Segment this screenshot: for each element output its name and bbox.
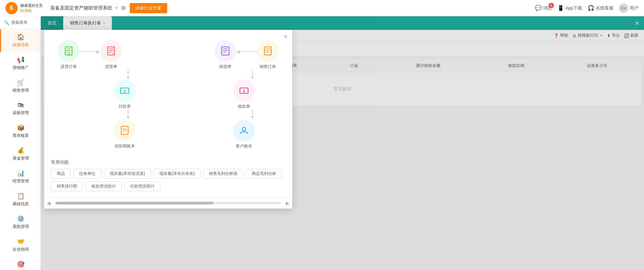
base-info-icon: 📋	[17, 192, 24, 200]
flow-item-payment[interactable]: ¥ 付款单	[114, 80, 136, 109]
modal-close-button[interactable]: ×	[284, 33, 288, 40]
svg-rect-0	[65, 47, 72, 55]
purchase-bill-icon	[100, 40, 122, 62]
flow-label-sales-bill: 销货单	[219, 64, 231, 70]
payment-icon: ¥	[114, 80, 136, 102]
logo-line1: 畅康通好生意	[20, 3, 43, 8]
func-btn-receipt-stats[interactable]: 收款情况统计	[86, 181, 122, 191]
sidebar-item-label-finance: 资金管理	[13, 156, 29, 161]
headset-icon: 🎧	[588, 5, 594, 11]
message-icon: 💬	[535, 5, 542, 11]
sidebar-item-label-system: 系统管理	[13, 224, 29, 230]
flow-item-customer-ledger[interactable]: 客户账本	[233, 120, 255, 149]
svg-line-8	[112, 53, 114, 54]
common-functions-area: 常用功能 商品 往来单位 现存量(库存状况表) 现存量(库存分布表) 销售毛利分…	[44, 156, 292, 197]
flow-label-sales-order: 销售订单	[260, 64, 276, 70]
flow-item-receipt[interactable]: ¥ 收款单	[233, 80, 255, 109]
sidebar-item-inventory[interactable]: 📦 库存核算	[0, 120, 40, 143]
flow-label-purchase-bill: 进货单	[105, 64, 117, 70]
sidebar-item-system[interactable]: ⚙️ 系统管理	[0, 211, 40, 234]
online-service-item[interactable]: 🎧 在线客服	[588, 5, 613, 11]
message-item[interactable]: 💬 6 消息	[535, 5, 552, 11]
system-icon: ⚙️	[17, 215, 24, 222]
func-btn-payment-stats[interactable]: 付款情况统计	[124, 181, 160, 191]
finance-icon: 💰	[17, 147, 24, 154]
purchase-order-icon	[58, 40, 80, 62]
sales-order-icon	[257, 40, 279, 62]
topbar: 6 畅康通好生意 标准版 装备及固定资产辅助管理系统 ▼ ⚙ 体验行业方案 💬 …	[0, 0, 644, 16]
topbar-right: 💬 6 消息 📱 App下载 🎧 在线客服 Ea 用户	[535, 3, 639, 13]
avatar: Ea	[619, 3, 628, 13]
modal-scrollbar-thumb[interactable]	[55, 202, 213, 204]
sidebar-item-label-operations: 经营管理	[13, 178, 29, 184]
search-icon: 🔍	[4, 20, 9, 25]
flow-item-sales-bill[interactable]: 销货单	[214, 40, 236, 70]
func-btn-goods-profit[interactable]: 商品毛利分析	[246, 169, 282, 179]
new-guide-icon: 🎯	[17, 260, 24, 268]
func-btn-stock-status[interactable]: 现存量(库存状况表)	[104, 169, 151, 179]
search-menu-label: 搜索菜单	[11, 20, 28, 25]
main: 首页 销售订单执行表 × ✕ ❓ 帮助 🖨 按模板打印 ▼	[41, 16, 644, 270]
marketing-icon: 📢	[17, 56, 24, 64]
sidebar-item-label-purchase: 采购管理	[13, 110, 29, 116]
settings-icon[interactable]: ⚙	[121, 5, 126, 11]
flow-item-purchase-order[interactable]: 进货订单	[58, 40, 80, 70]
sales-icon: 🛒	[17, 79, 24, 86]
func-btn-stock-dist[interactable]: 现存量(库存分布表)	[154, 169, 201, 179]
sidebar: 🔍 搜索菜单 🏠 快捷导航 📢 营销推广 🛒 销售管理 🛍 采购管理 📦 库存核…	[0, 16, 41, 270]
purchase-icon: 🛍	[18, 102, 24, 109]
app-download-label: App下载	[565, 5, 582, 11]
sidebar-item-marketing[interactable]: 📢 营销推广	[0, 52, 40, 75]
sidebar-item-operations[interactable]: 📊 经营管理	[0, 165, 40, 188]
sidebar-item-label-marketing: 营销推广	[13, 65, 29, 71]
inventory-icon: 📦	[17, 124, 24, 131]
system-title: 装备及固定资产辅助管理系统	[50, 5, 112, 11]
sales-bill-icon	[214, 40, 236, 62]
flow-item-sales-order[interactable]: 销售订单	[257, 40, 279, 70]
logo-text: 畅康通好生意 标准版	[20, 3, 43, 13]
common-functions-title: 常用功能	[51, 159, 285, 165]
flow-item-supplier-ledger[interactable]: 供应商账本	[114, 120, 136, 149]
scroll-right-button[interactable]: ▶	[286, 200, 290, 206]
logo-icon: 6	[5, 2, 18, 14]
sidebar-item-sales[interactable]: 🛒 销售管理	[0, 75, 40, 97]
func-btn-counterpart[interactable]: 往来单位	[73, 169, 101, 179]
sidebar-item-finance[interactable]: 💰 资金管理	[0, 143, 40, 165]
svg-rect-21	[121, 126, 128, 134]
sidebar-item-cooperation[interactable]: 🤝 企业协同	[0, 234, 40, 256]
modal-scroll-area[interactable]: ◀ ▶	[44, 197, 292, 209]
flow-label-customer-ledger: 客户账本	[236, 143, 252, 149]
customer-ledger-icon	[233, 120, 255, 141]
func-btn-goods[interactable]: 商品	[51, 169, 71, 179]
modal-overlay: × 进货订单	[41, 16, 644, 270]
func-btns-row1: 商品 往来单位 现存量(库存状况表) 现存量(库存分布表) 销售毛利分析表 商品…	[51, 169, 285, 179]
sidebar-item-quick-nav[interactable]: 🏠 快捷导航	[0, 29, 40, 52]
trial-button[interactable]: 体验行业方案	[130, 3, 167, 13]
svg-text:¥: ¥	[123, 89, 126, 94]
system-title-area: 装备及固定资产辅助管理系统 ▼ ⚙	[50, 5, 126, 11]
sidebar-item-base-info[interactable]: 📋 基础信息	[0, 188, 40, 211]
user-label: 用户	[630, 5, 639, 11]
sidebar-item-label-inventory: 库存核算	[13, 133, 29, 139]
user-item[interactable]: Ea 用户	[619, 3, 639, 13]
func-btn-sales-profit[interactable]: 销售毛利分析表	[203, 169, 243, 179]
logo-line2: 标准版	[20, 8, 43, 13]
mobile-icon: 📱	[557, 5, 564, 11]
sidebar-item-label-base-info: 基础信息	[13, 201, 29, 207]
app-download-item[interactable]: 📱 App下载	[557, 5, 582, 11]
flow-item-purchase-bill[interactable]: 进货单	[100, 40, 122, 70]
flow-label-purchase-order: 进货订单	[60, 64, 77, 70]
search-menu[interactable]: 🔍 搜索菜单	[0, 16, 40, 29]
svg-point-24	[242, 127, 246, 131]
sidebar-item-label-cooperation: 企业协同	[13, 247, 29, 252]
modal-scrollbar[interactable]	[55, 202, 281, 204]
sidebar-item-label-quick-nav: 快捷导航	[13, 42, 29, 48]
func-btn-sales-rank[interactable]: 销售排行榜	[51, 181, 83, 191]
svg-text:¥: ¥	[243, 89, 245, 94]
flow-label-payment: 付款单	[119, 104, 131, 109]
sidebar-item-purchase[interactable]: 🛍 采购管理	[0, 97, 40, 120]
system-dropdown-arrow[interactable]: ▼	[115, 6, 118, 10]
svg-rect-9	[222, 47, 229, 55]
scroll-left-button[interactable]: ◀	[47, 200, 51, 206]
sidebar-item-new-guide[interactable]: 🎯 新手引导	[0, 256, 40, 270]
